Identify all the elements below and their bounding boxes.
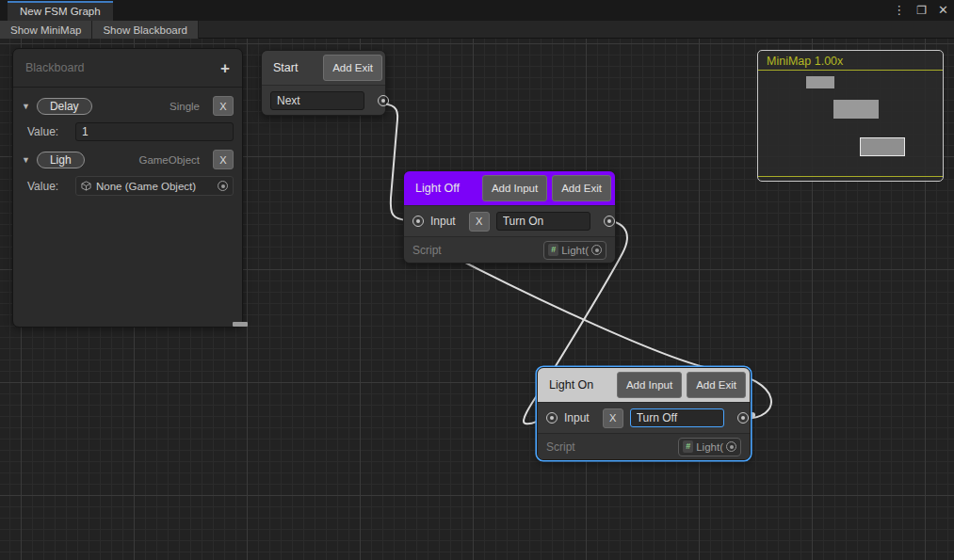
variable-name-pill[interactable]: Ligh <box>37 152 85 168</box>
close-icon[interactable]: ✕ <box>938 0 948 21</box>
output-port[interactable] <box>604 216 615 227</box>
add-exit-button[interactable]: Add Exit <box>323 55 382 81</box>
window-controls: ⋮ ❐ ✕ <box>893 0 948 21</box>
fsm-graph-window: New FSM Graph ⋮ ❐ ✕ Show MiniMap Show Bl… <box>0 0 954 560</box>
output-port[interactable] <box>737 412 749 424</box>
graph-toolbar: Show MiniMap Show Blackboard <box>0 21 954 39</box>
object-picker-icon[interactable] <box>218 181 228 191</box>
script-row: Script # Light( <box>538 433 750 459</box>
node-start[interactable]: Start Add Exit <box>261 50 386 116</box>
node-title: Light On <box>549 378 612 392</box>
kebab-menu-icon[interactable]: ⋮ <box>893 0 905 21</box>
node-light-off-header[interactable]: Light Off Add Input Add Exit <box>404 171 615 205</box>
remove-variable-button[interactable]: X <box>213 150 234 169</box>
node-title: Light Off <box>415 182 477 195</box>
minimap-viewport <box>758 70 943 177</box>
exit-name-input[interactable] <box>496 212 590 231</box>
script-label: Script <box>412 244 543 257</box>
minimap-node-light-on[interactable] <box>860 137 905 156</box>
maximize-icon[interactable]: ❐ <box>916 0 927 21</box>
csharp-script-icon: # <box>683 440 693 453</box>
variable-row-ligh: ▼ Ligh GameObject X <box>13 141 242 169</box>
exit-row-next <box>262 85 385 115</box>
script-field-value: Light( <box>696 441 723 453</box>
add-exit-button[interactable]: Add Exit <box>552 175 611 201</box>
input-exit-row: Input X <box>404 205 615 236</box>
tab-label: New FSM Graph <box>20 6 101 17</box>
minimap-panel[interactable]: MiniMap 1.00x <box>757 50 944 182</box>
csharp-script-icon: # <box>548 244 558 256</box>
chevron-down-icon[interactable]: ▼ <box>22 155 30 165</box>
add-exit-button[interactable]: Add Exit <box>687 372 746 398</box>
variable-type-label: GameObject <box>138 154 206 166</box>
output-port[interactable] <box>378 95 389 106</box>
script-object-field[interactable]: # Light( <box>678 438 741 456</box>
add-variable-button[interactable]: + <box>220 60 230 76</box>
minimap-title: MiniMap 1.00x <box>767 55 843 68</box>
add-input-button[interactable]: Add Input <box>617 372 682 398</box>
remove-variable-button[interactable]: X <box>213 96 234 116</box>
script-field-value: Light( <box>561 245 589 256</box>
gameobject-field[interactable]: None (Game Object) <box>75 176 234 196</box>
chevron-down-icon[interactable]: ▼ <box>22 102 30 111</box>
window-titlebar: New FSM Graph ⋮ ❐ ✕ <box>0 0 954 21</box>
value-label: Value: <box>27 125 68 138</box>
node-title: Start <box>273 61 318 74</box>
node-light-on-header[interactable]: Light On Add Input Add Exit <box>538 368 750 402</box>
node-light-off[interactable]: Light Off Add Input Add Exit Input X Scr… <box>403 170 616 264</box>
variable-value-row: Value: <box>13 116 242 141</box>
show-minimap-button[interactable]: Show MiniMap <box>0 21 92 39</box>
show-blackboard-button[interactable]: Show Blackboard <box>92 21 199 39</box>
script-row: Script # Light( <box>404 236 615 263</box>
minimap-node-start[interactable] <box>806 76 834 88</box>
remove-exit-button[interactable]: X <box>603 408 623 428</box>
remove-exit-button[interactable]: X <box>469 212 490 232</box>
input-port[interactable] <box>546 412 558 424</box>
object-picker-icon[interactable] <box>591 245 602 255</box>
cube-icon <box>81 181 91 191</box>
tab-new-fsm-graph[interactable]: New FSM Graph <box>8 1 113 21</box>
variable-type-label: Single <box>170 101 206 112</box>
exit-name-input[interactable] <box>270 91 364 110</box>
minimap-node-light-off[interactable] <box>833 100 879 119</box>
panel-resize-handle[interactable] <box>233 322 248 327</box>
delay-value-input[interactable] <box>75 122 234 141</box>
exit-name-input[interactable] <box>630 408 724 427</box>
script-label: Script <box>546 440 678 454</box>
blackboard-panel: Blackboard + ▼ Delay Single X Value: ▼ L… <box>12 48 243 328</box>
value-label: Value: <box>27 180 68 193</box>
blackboard-header: Blackboard + <box>13 49 242 88</box>
variable-row-delay: ▼ Delay Single X <box>13 88 242 116</box>
blackboard-title: Blackboard <box>25 61 220 74</box>
object-picker-icon[interactable] <box>726 441 736 452</box>
script-object-field[interactable]: # Light( <box>543 241 606 260</box>
graph-canvas[interactable]: Blackboard + ▼ Delay Single X Value: ▼ L… <box>0 39 954 560</box>
add-input-button[interactable]: Add Input <box>482 175 547 201</box>
node-start-header[interactable]: Start Add Exit <box>262 51 385 85</box>
input-label: Input <box>564 411 590 424</box>
input-label: Input <box>430 215 456 228</box>
input-exit-row: Input X <box>538 402 750 433</box>
input-port[interactable] <box>412 216 424 227</box>
variable-name-pill[interactable]: Delay <box>37 98 92 115</box>
variable-value-row: Value: None (Game Object) <box>13 169 242 196</box>
node-light-on[interactable]: Light On Add Input Add Exit Input X Scri… <box>537 367 751 460</box>
gameobject-field-value: None (Game Object) <box>96 181 213 192</box>
